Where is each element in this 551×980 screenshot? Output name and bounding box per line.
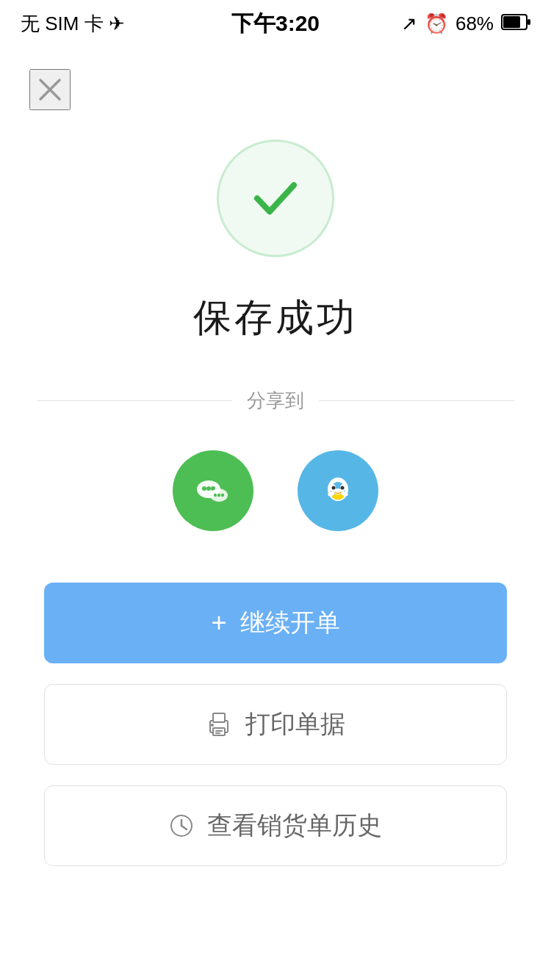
svg-point-11: [217, 494, 220, 497]
continue-button[interactable]: + 继续开单: [44, 583, 507, 663]
main-content: 保存成功 分享到: [0, 118, 551, 866]
print-label: 打印单据: [245, 707, 345, 741]
share-divider-right: [319, 400, 514, 401]
svg-rect-24: [213, 713, 225, 722]
share-section: 分享到: [37, 388, 514, 414]
print-button[interactable]: 打印单据: [44, 684, 507, 765]
status-left: 无 SIM 卡 ✈: [21, 11, 134, 37]
wechat-share-button[interactable]: [173, 450, 253, 531]
svg-line-31: [181, 826, 187, 829]
battery-icon: [501, 12, 530, 35]
success-title: 保存成功: [193, 292, 358, 344]
battery-label: 68%: [455, 12, 494, 35]
svg-rect-27: [215, 732, 220, 734]
share-label: 分享到: [247, 388, 304, 414]
share-icons-row: [173, 450, 378, 531]
svg-point-17: [332, 486, 336, 490]
check-icon: [246, 167, 305, 229]
close-area: [0, 47, 551, 118]
svg-point-7: [206, 486, 211, 491]
actions-container: + 继续开单 打印单据: [37, 583, 514, 866]
svg-rect-2: [527, 19, 530, 25]
print-icon: [206, 712, 232, 737]
success-circle: [217, 140, 334, 257]
svg-point-28: [211, 724, 214, 727]
share-divider-left: [37, 400, 232, 401]
history-button[interactable]: 查看销货单历史: [44, 785, 507, 866]
svg-rect-1: [503, 16, 520, 28]
plus-icon: +: [211, 608, 226, 638]
continue-label: 继续开单: [240, 606, 340, 640]
svg-point-18: [341, 486, 345, 490]
svg-point-10: [214, 494, 217, 497]
status-time: 下午3:20: [231, 9, 320, 39]
no-sim-label: 无 SIM 卡 ✈: [21, 11, 125, 37]
alarm-icon: ⏰: [425, 12, 448, 35]
status-bar: 无 SIM 卡 ✈ 下午3:20 ↗ ⏰ 68%: [0, 0, 551, 47]
history-label: 查看销货单历史: [207, 809, 382, 843]
location-icon: ↗: [401, 12, 417, 35]
status-right: ↗ ⏰ 68%: [401, 12, 530, 35]
svg-rect-26: [215, 730, 223, 732]
qq-share-button[interactable]: [298, 450, 378, 531]
clock-icon: [169, 813, 194, 838]
close-button[interactable]: [29, 69, 71, 110]
svg-point-6: [202, 486, 206, 491]
svg-point-12: [221, 494, 224, 497]
